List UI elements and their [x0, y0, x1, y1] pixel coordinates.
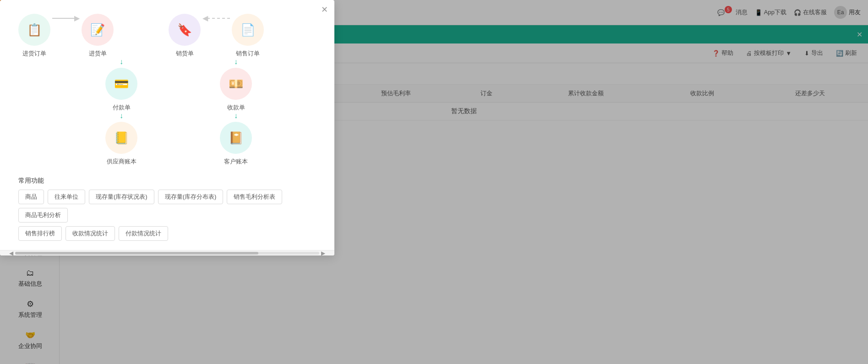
func-sales-margin[interactable]: 销售毛利分析表: [227, 190, 282, 204]
payment-bill-label: 付款单: [113, 103, 131, 112]
scrollbar-right-arrow[interactable]: ▶: [321, 250, 325, 256]
func-partners[interactable]: 往来单位: [60, 190, 85, 204]
main-area: 装备及固定资产辅助管理系统 ▼ ⚙ 体验行业方案 💬 5 消息 📱 App下载 …: [60, 0, 868, 364]
popup-overlay: ✕ 📋 进货订单: [60, 43, 868, 364]
customer-ledger-label: 客户账本: [224, 158, 248, 166]
purchase-bill-label: 进货单: [89, 49, 107, 58]
sale-bill-circle[interactable]: 🔖: [169, 43, 201, 46]
purchase-bill-circle[interactable]: 📝: [82, 43, 114, 46]
sale-bill-label: 销货单: [176, 49, 194, 58]
scrollbar-track[interactable]: [60, 252, 319, 255]
func-inventory-dist[interactable]: 现存量(库存分布表): [158, 190, 224, 204]
flow-diagram: 📋 进货订单 ▶ 📝 进货单: [60, 43, 316, 166]
common-functions-title: 常用功能: [60, 177, 316, 185]
common-functions: 常用功能 商品 往来单位 现存量(库存状况表) 现存量(库存分布表) 销售毛利分…: [60, 177, 316, 241]
customer-ledger-circle[interactable]: 📔: [220, 122, 252, 154]
sale-order-col: 📄 销售订单: [232, 43, 264, 58]
sale-order-circle[interactable]: 📄: [232, 43, 264, 46]
func-payment-stats[interactable]: 付款情况统计: [119, 226, 168, 241]
quick-nav-popup: ✕ 📋 进货订单: [60, 43, 334, 255]
payment-bill-circle[interactable]: 💳: [105, 68, 137, 100]
receipt-bill-col: 💴 收款单: [206, 68, 266, 112]
func-sales-rank[interactable]: 销售排行榜: [60, 226, 62, 241]
scrollbar-thumb: [60, 252, 258, 255]
sale-bill-col: 🔖 销货单: [169, 43, 201, 58]
supplier-ledger-col: 📒 供应商账本: [92, 122, 151, 166]
sale-order-label: 销售订单: [236, 49, 260, 58]
purchase-bill-col: 📝 进货单: [82, 43, 114, 58]
func-inventory-status[interactable]: 现存量(库存状况表): [89, 190, 154, 204]
supplier-ledger-label: 供应商账本: [107, 158, 136, 166]
func-buttons-row2: 销售排行榜 收款情况统计 付款情况统计: [60, 226, 316, 241]
payment-bill-col: 💳 付款单: [92, 68, 151, 112]
customer-ledger-col: 📔 客户账本: [206, 122, 266, 166]
popup-body: 📋 进货订单 ▶ 📝 进货单: [60, 43, 334, 250]
receipt-bill-circle[interactable]: 💴: [220, 68, 252, 100]
page-content: ❓ 帮助 🖨 按模板打印 ▼ ⬇ 导出 🔄 刷新: [60, 43, 868, 364]
func-collection-stats[interactable]: 收款情况统计: [66, 226, 115, 241]
func-goods-margin[interactable]: 商品毛利分析: [60, 208, 68, 223]
popup-scrollbar: ◀ ▶: [60, 250, 334, 255]
func-buttons-row1: 商品 往来单位 现存量(库存状况表) 现存量(库存分布表) 销售毛利分析表 商品…: [60, 190, 316, 223]
receipt-bill-label: 收款单: [227, 103, 245, 112]
supplier-ledger-circle[interactable]: 📒: [105, 122, 137, 154]
